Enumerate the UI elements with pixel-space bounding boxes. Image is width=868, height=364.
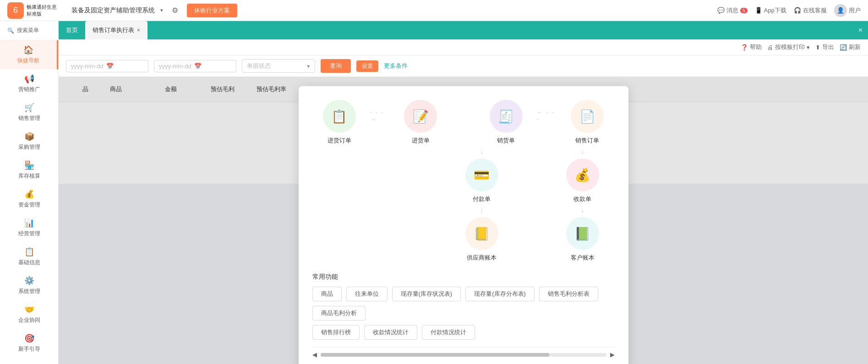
workflow-row-arrows: ↓ ↓ bbox=[312, 149, 615, 154]
logo-area: 6 畅康通好生意 标准版 bbox=[7, 2, 66, 19]
online-service-button[interactable]: 🎧 在线客服 bbox=[794, 6, 827, 15]
function-buttons-row: 商品 往来单位 现存量(库存状况表) 现存量(库存分布表) 销售毛利分析表 商品… bbox=[312, 287, 615, 321]
sidebar-item-finance[interactable]: 💰 资金管理 bbox=[0, 185, 58, 213]
message-badge: 5 bbox=[740, 8, 748, 13]
refresh-icon: 🔄 bbox=[840, 44, 847, 51]
content-wrapper: ❓ 帮助 🖨 按模板打印 ▾ ⬆ 导出 🔄 刷新 bbox=[59, 39, 868, 364]
scroll-left-arrow[interactable]: ◀ bbox=[312, 351, 317, 358]
workflow-modal: 📋 进货订单 - - - → 📝 bbox=[299, 86, 628, 364]
func-btn-payment-stats[interactable]: 付款情况统计 bbox=[422, 325, 475, 340]
status-select[interactable]: 单据状态 ▾ bbox=[242, 59, 315, 73]
sales-icon: 🛒 bbox=[24, 103, 34, 113]
sidebar-item-operations[interactable]: 📊 经营管理 bbox=[0, 213, 58, 242]
customer-account-node[interactable]: 📗 客户账本 bbox=[551, 217, 615, 262]
receipt-bill-node[interactable]: 💰 收款单 bbox=[551, 158, 615, 203]
supplier-account-circle: 📒 bbox=[465, 217, 498, 250]
func-btn-product-profit[interactable]: 商品毛利分析 bbox=[312, 306, 366, 321]
export-button[interactable]: ⬆ 导出 bbox=[815, 43, 834, 51]
print-icon: 🖨 bbox=[767, 44, 773, 51]
sales-bill-node[interactable]: 🧾 销货单 bbox=[479, 100, 533, 145]
operations-icon: 📊 bbox=[24, 218, 34, 228]
date-input[interactable]: yyyy-mm-dd 📅 bbox=[66, 60, 148, 72]
purchase-order-node[interactable]: 📋 进货订单 bbox=[312, 100, 367, 145]
query-button[interactable]: 查询 bbox=[321, 59, 351, 73]
marketing-icon: 📢 bbox=[24, 74, 34, 84]
guide-icon: 🎯 bbox=[24, 333, 34, 343]
app-download-button[interactable]: 📱 App下载 bbox=[755, 6, 786, 15]
sidebar-item-guide[interactable]: 🎯 新手引导 bbox=[0, 329, 58, 358]
system-title: 装备及固定资产辅助管理系统 bbox=[71, 6, 155, 15]
payment-bill-label: 付款单 bbox=[473, 195, 491, 203]
content-toolbar: ❓ 帮助 🖨 按模板打印 ▾ ⬆ 导出 🔄 刷新 bbox=[59, 39, 868, 55]
sidebar-item-enterprise[interactable]: 🤝 企业协同 bbox=[0, 300, 58, 329]
calendar-icon: 📅 bbox=[106, 63, 114, 70]
modal-overlay: 📋 进货订单 - - - → 📝 bbox=[59, 77, 868, 364]
func-btn-inventory-status[interactable]: 现存量(库存状况表) bbox=[392, 287, 461, 301]
func-btn-receipt-stats[interactable]: 收款情况统计 bbox=[364, 325, 417, 340]
sidebar-item-marketing[interactable]: 📢 营销推广 bbox=[0, 69, 58, 98]
message-button[interactable]: 💬 消息 5 bbox=[717, 6, 748, 15]
table-container: 品 商品 金额 预估毛利 预估毛利率 订金 累计收款金额 收款比例 还差多少天 … bbox=[59, 77, 868, 364]
logo-icon: 6 bbox=[7, 2, 24, 19]
experience-button[interactable]: 体验行业方案 bbox=[187, 4, 237, 17]
sales-bill-label: 销货单 bbox=[497, 136, 515, 145]
func-btn-partner[interactable]: 往来单位 bbox=[346, 287, 388, 301]
help-icon: ❓ bbox=[741, 44, 748, 51]
content-area: 首页 销售订单执行表 × × ❓ 帮助 🖨 按 bbox=[59, 21, 868, 364]
tab-sales-order[interactable]: 销售订单执行表 × bbox=[85, 21, 147, 39]
customer-account-circle: 📗 bbox=[566, 217, 599, 250]
download-icon: 📱 bbox=[755, 7, 762, 14]
func-btn-sales-profit[interactable]: 销售毛利分析表 bbox=[539, 287, 598, 301]
sidebar-search-area: 🔍 搜索菜单 bbox=[0, 21, 58, 40]
scroll-track bbox=[321, 353, 606, 357]
arrow-left-1: ← - - - bbox=[533, 109, 560, 123]
sidebar-item-inventory[interactable]: 🏪 库存核算 bbox=[0, 156, 58, 185]
sidebar-item-system[interactable]: ⚙️ 系统管理 bbox=[0, 271, 58, 300]
tab-bar-close-button[interactable]: × bbox=[858, 26, 863, 34]
service-icon: 🎧 bbox=[794, 7, 801, 14]
user-menu[interactable]: 👤 用户 bbox=[834, 4, 861, 17]
sales-order-circle: 📄 bbox=[571, 100, 604, 133]
message-icon: 💬 bbox=[717, 7, 725, 14]
payment-bill-icon: 💳 bbox=[474, 168, 490, 183]
system-title-dropdown[interactable]: ▾ bbox=[160, 7, 163, 13]
sidebar-item-purchase[interactable]: 📦 采购管理 bbox=[0, 127, 58, 156]
search-menu-button[interactable]: 🔍 搜索菜单 bbox=[4, 25, 55, 36]
tab-home[interactable]: 首页 bbox=[59, 21, 85, 39]
sidebar-item-basic-info[interactable]: 📋 基础信息 bbox=[0, 242, 58, 271]
template-print-button[interactable]: 🖨 按模板打印 ▾ bbox=[767, 43, 810, 51]
sidebar-item-sales[interactable]: 🛒 销售管理 bbox=[0, 98, 58, 127]
date-input-end[interactable]: yyyy-mm-dd 📅 bbox=[154, 60, 236, 72]
purchase-bill-icon: 📝 bbox=[413, 109, 429, 124]
settings-icon[interactable]: ⚙ bbox=[169, 4, 181, 17]
workflow-row-2: 💳 付款单 💰 收款单 bbox=[312, 158, 615, 203]
purchase-bill-node[interactable]: 📝 进货单 bbox=[393, 100, 448, 145]
payment-bill-node[interactable]: 💳 付款单 bbox=[450, 158, 514, 203]
help-button[interactable]: ❓ 帮助 bbox=[741, 43, 762, 51]
payment-bill-circle: 💳 bbox=[465, 158, 498, 191]
search-icon: 🔍 bbox=[7, 27, 14, 34]
scroll-thumb[interactable] bbox=[321, 353, 549, 357]
sidebar-item-quick-nav[interactable]: 🏠 快捷导航 bbox=[0, 40, 58, 69]
more-conditions-link[interactable]: 更多条件 bbox=[384, 62, 408, 70]
func-btn-sales-ranking[interactable]: 销售排行榜 bbox=[312, 325, 360, 340]
system-icon: ⚙️ bbox=[24, 276, 34, 286]
common-functions-area: 常用功能 商品 往来单位 现存量(库存状况表) 现存量(库存分布表) 销售毛利分… bbox=[312, 273, 615, 340]
sidebar: 🔍 搜索菜单 🏠 快捷导航 📢 营销推广 🛒 销售管理 📦 采购管理 bbox=[0, 21, 59, 364]
func-btn-inventory-dist[interactable]: 现存量(库存分布表) bbox=[465, 287, 535, 301]
scroll-right-arrow[interactable]: ▶ bbox=[610, 351, 615, 358]
sales-order-node[interactable]: 📄 销售订单 bbox=[560, 100, 615, 145]
customer-account-label: 客户账本 bbox=[571, 254, 595, 262]
supplier-account-node[interactable]: 📒 供应商账本 bbox=[450, 217, 514, 262]
user-avatar: 👤 bbox=[834, 4, 847, 17]
arrow-down-receipt: ↓ bbox=[551, 206, 615, 214]
tab-close-button[interactable]: × bbox=[137, 27, 140, 33]
finance-icon: 💰 bbox=[24, 189, 34, 199]
receipt-bill-circle: 💰 bbox=[566, 158, 599, 191]
home-icon: 🏠 bbox=[23, 45, 33, 55]
refresh-button[interactable]: 🔄 刷新 bbox=[840, 43, 861, 51]
modal-scrollbar: ◀ ▶ bbox=[312, 347, 615, 358]
purchase-order-circle: 📋 bbox=[323, 100, 356, 133]
setting-button[interactable]: 设置 bbox=[356, 60, 378, 72]
func-btn-product[interactable]: 商品 bbox=[312, 287, 342, 301]
